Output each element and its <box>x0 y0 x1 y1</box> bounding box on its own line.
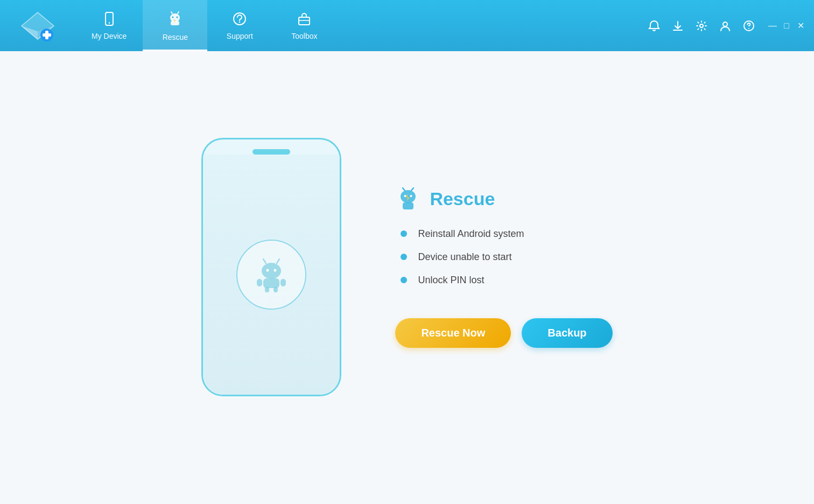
svg-point-23 <box>262 263 281 279</box>
svg-point-34 <box>404 195 406 197</box>
tab-my-device[interactable]: My Device <box>75 0 143 51</box>
svg-point-19 <box>700 24 703 27</box>
svg-line-12 <box>178 12 179 13</box>
svg-rect-5 <box>43 33 51 37</box>
bullet-reinstall: Reinstall Android system <box>401 228 612 240</box>
svg-line-37 <box>411 188 413 191</box>
svg-rect-30 <box>280 279 286 286</box>
tab-support[interactable]: Support <box>207 0 272 51</box>
minimize-button[interactable]: — <box>768 21 777 31</box>
my-device-icon <box>102 11 117 29</box>
svg-rect-31 <box>265 287 269 292</box>
tab-rescue[interactable]: Rescue <box>143 0 207 51</box>
backup-button[interactable]: Backup <box>522 318 612 348</box>
download-icon[interactable] <box>670 18 686 34</box>
close-button[interactable]: ✕ <box>796 21 805 31</box>
svg-rect-38 <box>403 202 413 209</box>
rescue-now-button[interactable]: Rescue Now <box>395 318 511 348</box>
window-controls: — □ ✕ <box>768 21 814 31</box>
bullet-text-1: Reinstall Android system <box>418 228 524 240</box>
support-label: Support <box>227 32 253 40</box>
support-icon <box>232 11 247 29</box>
svg-rect-29 <box>257 279 262 286</box>
bullet-dot-2 <box>401 254 407 260</box>
phone-screen <box>203 155 340 395</box>
rescue-actions: Rescue Now Backup <box>395 318 612 348</box>
rescue-label: Rescue <box>163 33 188 41</box>
app-logo <box>19 7 57 45</box>
phone-frame <box>201 138 341 396</box>
nav-tabs: My Device Rescue <box>75 0 646 51</box>
header: My Device Rescue <box>0 0 814 51</box>
svg-line-27 <box>277 259 279 263</box>
rescue-bullets: Reinstall Android system Device unable t… <box>395 228 612 286</box>
maximize-button[interactable]: □ <box>782 21 791 31</box>
bullet-unlock-pin: Unlock PIN lost <box>401 275 612 286</box>
header-actions <box>646 18 768 34</box>
help-icon[interactable] <box>741 18 757 34</box>
svg-rect-32 <box>273 287 278 292</box>
svg-rect-13 <box>171 21 179 25</box>
rescue-info-panel: Rescue Reinstall Android system Device u… <box>395 186 612 348</box>
svg-point-15 <box>239 21 240 22</box>
logo-area <box>0 7 75 45</box>
svg-point-25 <box>274 269 277 271</box>
tab-toolbox[interactable]: Toolbox <box>272 0 336 51</box>
rescue-nav-icon <box>166 10 184 30</box>
svg-line-11 <box>171 12 172 13</box>
svg-point-22 <box>748 28 749 29</box>
rescue-title-icon <box>395 186 421 212</box>
svg-rect-28 <box>263 278 279 288</box>
svg-point-35 <box>410 195 412 197</box>
svg-point-10 <box>177 16 178 18</box>
svg-point-24 <box>266 269 269 271</box>
rescue-title: Rescue <box>430 188 495 209</box>
android-robot-icon <box>252 256 290 293</box>
bell-icon[interactable] <box>646 18 662 34</box>
bullet-text-2: Device unable to start <box>418 251 511 263</box>
main-content: Rescue Reinstall Android system Device u… <box>0 51 814 504</box>
toolbox-label: Toolbox <box>291 32 317 40</box>
phone-notch <box>252 149 290 155</box>
bullet-device-unable: Device unable to start <box>401 251 612 263</box>
svg-line-26 <box>263 259 266 263</box>
svg-rect-16 <box>299 17 310 25</box>
content-wrapper: Rescue Reinstall Android system Device u… <box>201 138 612 396</box>
bullet-text-3: Unlock PIN lost <box>418 275 484 286</box>
bullet-dot-1 <box>401 230 407 237</box>
bullet-dot-3 <box>401 277 407 283</box>
svg-point-20 <box>723 22 727 26</box>
user-icon[interactable] <box>717 18 733 34</box>
phone-illustration <box>201 138 341 396</box>
rescue-title-row: Rescue <box>395 186 612 212</box>
toolbox-icon <box>297 11 312 29</box>
phone-android-circle <box>236 240 306 310</box>
svg-point-9 <box>172 16 174 18</box>
gear-icon[interactable] <box>693 18 710 34</box>
svg-line-36 <box>403 188 405 191</box>
svg-point-33 <box>401 190 416 203</box>
my-device-label: My Device <box>92 32 127 40</box>
